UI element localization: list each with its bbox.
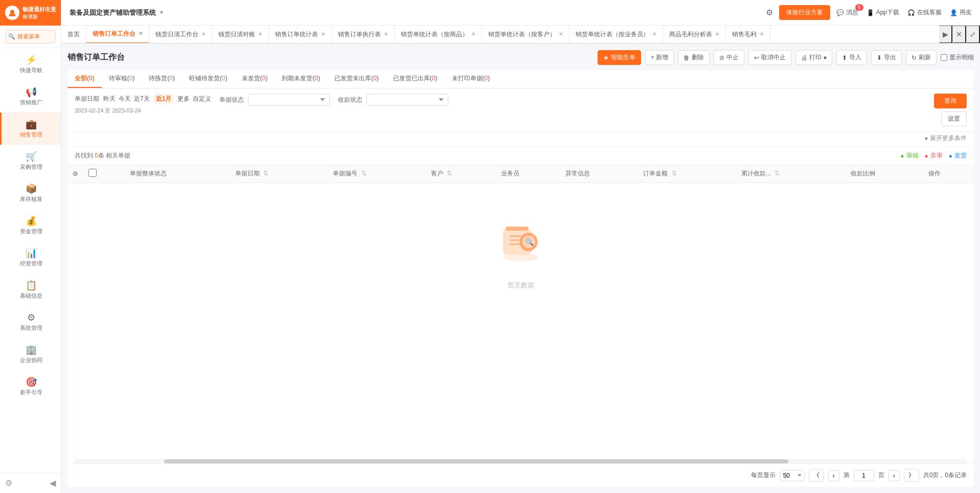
col-date-header[interactable]: 单据日期 ⇅ <box>230 165 328 183</box>
scrollbar-thumb[interactable] <box>164 459 789 463</box>
sidebar-item-inventory[interactable]: 📦 库存核算 <box>0 177 61 209</box>
show-detail-label[interactable]: 显示明细 <box>941 53 974 62</box>
refresh-btn[interactable]: ↻ 刷新 <box>906 50 937 65</box>
sidebar-item-operations[interactable]: 📊 经营管理 <box>0 241 61 274</box>
tab-goods-stats-staff[interactable]: 销货单统计表（按业务员） ✕ <box>569 26 663 43</box>
tab-home[interactable]: 首页 <box>61 26 86 43</box>
sub-tab-unshipped[interactable]: 未发货(0) <box>235 70 275 88</box>
sub-tab-expired-unshipped[interactable]: 到期未发货(0) <box>275 70 327 88</box>
sub-tab-unprinted[interactable]: 未打印单据(0) <box>445 70 497 88</box>
import-btn[interactable]: ⬆ 导入 <box>836 50 867 65</box>
user-btn[interactable]: 👤 用友 <box>950 8 972 17</box>
tab-goods-stats-customer[interactable]: 销货单统计表（按客户） ✕ <box>482 26 569 43</box>
sidebar-item-enterprise[interactable]: 🏢 企业协同 <box>0 338 61 370</box>
sidebar-search-btn[interactable]: 🔍 搜索菜单 <box>5 30 56 43</box>
tab-close-icon[interactable]: ✕ <box>715 32 719 37</box>
sidebar-item-marketing[interactable]: 📢 营销推广 <box>0 80 61 113</box>
tab-fullscreen-btn[interactable]: ⤢ <box>966 26 980 43</box>
sidebar-settings-btn[interactable]: ⚙ <box>5 478 12 488</box>
sidebar-item-sales[interactable]: 💼 销售管理 <box>0 113 61 145</box>
operations-icon: 📊 <box>26 248 37 259</box>
tab-close-all-btn[interactable]: ✕ <box>952 26 966 43</box>
tab-close-icon[interactable]: ✕ <box>384 32 388 37</box>
empty-state-cell: 🔍 暂无数据 <box>67 183 974 290</box>
tab-close-icon[interactable]: ✕ <box>201 32 206 37</box>
sub-tab-pending-review[interactable]: 待审核(0) <box>102 70 142 88</box>
page-last-btn[interactable]: 》 <box>904 469 919 482</box>
delete-btn[interactable]: 🗑 删除 <box>678 50 710 65</box>
col-amount-header[interactable]: 订单金额 ⇅ <box>638 165 736 183</box>
tab-sales-workbench[interactable]: 销售订单工作台 ✕ <box>86 26 149 43</box>
query-btn[interactable]: 查询 <box>934 94 967 108</box>
status-select[interactable] <box>248 94 330 106</box>
page-next-btn[interactable]: › <box>888 470 900 481</box>
tab-close-icon[interactable]: ✕ <box>760 32 764 37</box>
add-btn[interactable]: + 新增 <box>645 50 674 65</box>
tab-sales-more[interactable]: 销售毛利 ✕ <box>726 26 770 43</box>
date-opt-7days[interactable]: 近7天 <box>134 95 150 103</box>
sidebar-item-finance[interactable]: 💰 资金管理 <box>0 209 61 241</box>
payment-select[interactable] <box>367 94 448 106</box>
date-opt-custom[interactable]: 自定义 <box>193 95 211 103</box>
sidebar-collapse-btn[interactable]: ◀ <box>50 478 56 488</box>
tab-scroll-right-btn[interactable]: ▶ <box>939 26 952 43</box>
tab-close-icon[interactable]: ✕ <box>471 32 475 37</box>
online-service-btn[interactable]: 🎧 在线客服 <box>907 8 942 17</box>
date-opt-today[interactable]: 今天 <box>119 95 131 103</box>
header-gear-btn[interactable]: ⚙ <box>766 8 773 17</box>
sidebar-item-basic-info[interactable]: 📋 基础信息 <box>0 274 61 306</box>
tab-close-icon[interactable]: ✕ <box>258 32 262 37</box>
sidebar-item-system[interactable]: ⚙ 系统管理 <box>0 306 61 338</box>
cancel-suspend-btn[interactable]: ↩ 取消中止 <box>748 50 791 65</box>
col-settings[interactable]: ⚙ <box>67 165 83 183</box>
inventory-icon: 📦 <box>26 183 37 194</box>
horizontal-scrollbar[interactable] <box>75 459 967 463</box>
data-table: ⚙ 单据整体状态 单据日期 ⇅ 单据编号 <box>67 165 974 290</box>
tab-sales-exec[interactable]: 销售订单执行表 ✕ <box>332 26 395 43</box>
per-page-select[interactable]: 50 100 <box>780 470 805 481</box>
col-customer-header[interactable]: 客户 ⇅ <box>426 165 496 183</box>
sub-tab-shipped-out[interactable]: 已发货已出库(0) <box>386 70 445 88</box>
set-btn[interactable]: 设置 <box>941 111 967 126</box>
sidebar-item-purchase[interactable]: 🛒 采购管理 <box>0 145 61 177</box>
message-btn[interactable]: 💬 消息 6 <box>836 8 858 17</box>
col-number-header[interactable]: 单据编号 ⇅ <box>328 165 425 183</box>
audit-btn[interactable]: ● 审核 <box>900 151 918 160</box>
sub-tab-all[interactable]: 全部(0) <box>67 70 102 88</box>
export-btn[interactable]: ⬇ 导出 <box>871 50 902 65</box>
show-detail-checkbox[interactable] <box>941 54 947 61</box>
sub-tab-pending-pickup[interactable]: 待拣货(0) <box>142 70 182 88</box>
sub-tab-wangpu[interactable]: 旺铺待发货(0) <box>182 70 235 88</box>
col-collected-header[interactable]: 累计收款... ⇅ <box>736 165 846 183</box>
abandon-btn[interactable]: ● 弃审 <box>925 151 943 160</box>
sidebar-item-quick-nav[interactable]: ⚡ 快捷导航 <box>0 48 61 80</box>
date-opt-yesterday[interactable]: 昨天 <box>103 95 116 103</box>
tab-cash-reconcile[interactable]: 钱货日清对账 ✕ <box>212 26 269 43</box>
sort-icon: ⇅ <box>774 170 780 177</box>
sidebar-item-guide[interactable]: 🎯 新手引导 <box>0 370 61 402</box>
page-prev-btn[interactable]: ‹ <box>828 470 839 481</box>
expand-btn[interactable]: ▾ 展开更多条件 <box>925 134 967 143</box>
select-all-checkbox[interactable] <box>88 169 97 177</box>
tab-close-icon[interactable]: ✕ <box>321 32 325 37</box>
tab-goods-margin[interactable]: 商品毛利分析表 ✕ <box>663 26 726 43</box>
tab-close-icon[interactable]: ✕ <box>559 32 563 37</box>
page-number-input[interactable] <box>854 470 874 481</box>
star-icon: ★ <box>603 54 609 61</box>
suspend-btn[interactable]: ⊘ 中止 <box>714 50 744 65</box>
tab-goods-stats-product[interactable]: 销货单统计表（按商品） ✕ <box>395 26 482 43</box>
date-opt-1month[interactable]: 近1月 <box>153 94 175 104</box>
print-btn[interactable]: 🖨 打印 ▾ <box>795 50 832 65</box>
app-download-btn[interactable]: 📱 App下载 <box>867 8 899 17</box>
tab-close-icon[interactable]: ✕ <box>139 31 143 36</box>
tab-close-icon[interactable]: ✕ <box>652 32 656 37</box>
smart-create-btn[interactable]: ★ 智能生单 <box>598 50 641 65</box>
sub-tab-shipped-not-out[interactable]: 已发货未出库(0) <box>327 70 386 88</box>
solution-btn[interactable]: 体验行业方案 <box>779 5 830 20</box>
date-opt-more[interactable]: 更多 <box>177 95 190 103</box>
page-first-btn[interactable]: 《 <box>809 469 824 482</box>
table-scroll[interactable]: ⚙ 单据整体状态 单据日期 ⇅ 单据编号 <box>67 165 974 459</box>
tab-sales-stats[interactable]: 销售订单统计表 ✕ <box>269 26 332 43</box>
tab-cash-daily[interactable]: 钱货日清工作台 ✕ <box>149 26 212 43</box>
deliver-btn[interactable]: ● 发货 <box>949 151 967 160</box>
